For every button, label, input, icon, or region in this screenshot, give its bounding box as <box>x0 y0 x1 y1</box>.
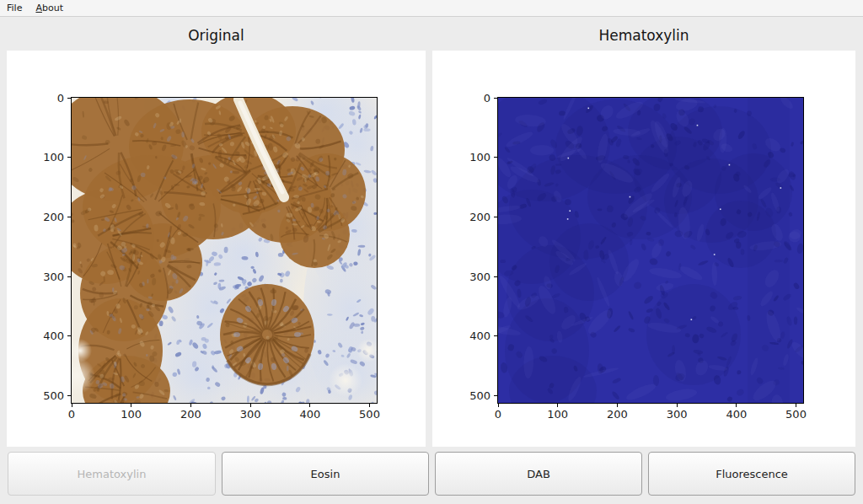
x-tick-label: 200 <box>598 408 635 421</box>
x-tick-mark <box>677 404 678 407</box>
y-tick-mark <box>67 395 71 396</box>
eosin-button[interactable]: Eosin <box>222 452 429 496</box>
y-tick-mark <box>494 335 497 336</box>
original-image-canvas <box>72 98 377 403</box>
x-tick-label: 500 <box>351 408 389 421</box>
x-tick-label: 200 <box>172 408 209 421</box>
hematoxylin-image-canvas <box>498 98 803 403</box>
y-tick-mark <box>67 157 71 158</box>
y-tick-label: 100 <box>453 150 490 164</box>
x-tick-mark <box>309 404 310 407</box>
fluorescence-button[interactable]: Fluorescence <box>648 452 855 496</box>
plot-hematoxylin: 01002003004005000100200300400500 <box>497 97 804 404</box>
x-tick-label: 500 <box>778 408 815 421</box>
menu-bar: File About <box>0 0 863 17</box>
y-tick-mark <box>67 335 71 336</box>
menu-item-about[interactable]: About <box>29 1 70 15</box>
y-tick-label: 100 <box>27 150 64 164</box>
x-tick-label: 300 <box>232 408 269 421</box>
y-tick-label: 400 <box>27 329 64 343</box>
plot-original: 01002003004005000100200300400500 <box>71 97 378 404</box>
x-tick-mark <box>250 404 251 407</box>
x-tick-label: 0 <box>480 408 517 421</box>
y-tick-label: 0 <box>27 91 64 105</box>
y-tick-label: 200 <box>453 210 490 224</box>
x-tick-mark <box>736 404 737 407</box>
y-tick-mark <box>494 98 497 99</box>
y-tick-label: 200 <box>27 210 64 224</box>
y-tick-mark <box>67 217 71 217</box>
y-tick-mark <box>494 276 497 277</box>
menu-item-about-label: bout <box>42 3 63 13</box>
y-tick-mark <box>494 157 497 158</box>
x-tick-mark <box>190 404 191 407</box>
y-tick-label: 400 <box>453 329 490 343</box>
x-tick-mark <box>72 404 72 407</box>
x-tick-mark <box>369 404 370 407</box>
x-tick-mark <box>498 404 499 407</box>
y-tick-mark <box>494 395 497 396</box>
x-tick-mark <box>617 404 618 407</box>
y-tick-label: 300 <box>453 270 490 284</box>
x-tick-label: 400 <box>292 408 329 421</box>
y-tick-mark <box>67 98 71 99</box>
y-tick-label: 500 <box>27 389 64 403</box>
x-tick-label: 100 <box>113 408 150 421</box>
x-tick-label: 0 <box>53 408 90 421</box>
figure-title-hematoxylin: Hematoxylin <box>432 24 855 46</box>
y-tick-label: 0 <box>453 91 490 105</box>
y-tick-label: 300 <box>27 270 64 284</box>
menu-item-file-label: File <box>7 3 22 13</box>
x-tick-mark <box>557 404 558 407</box>
x-tick-label: 100 <box>539 408 576 421</box>
x-tick-mark <box>796 404 796 407</box>
x-tick-label: 300 <box>658 408 695 421</box>
menu-item-file[interactable]: File <box>0 1 29 15</box>
x-tick-label: 400 <box>718 408 755 421</box>
y-tick-label: 500 <box>453 389 490 403</box>
dab-button[interactable]: DAB <box>435 452 642 496</box>
menu-item-about-accel: A <box>35 3 42 13</box>
hematoxylin-button: Hematoxylin <box>8 452 216 496</box>
y-tick-mark <box>67 276 71 277</box>
y-tick-mark <box>494 217 497 217</box>
x-tick-mark <box>131 404 131 407</box>
figure-title-original: Original <box>7 24 426 46</box>
